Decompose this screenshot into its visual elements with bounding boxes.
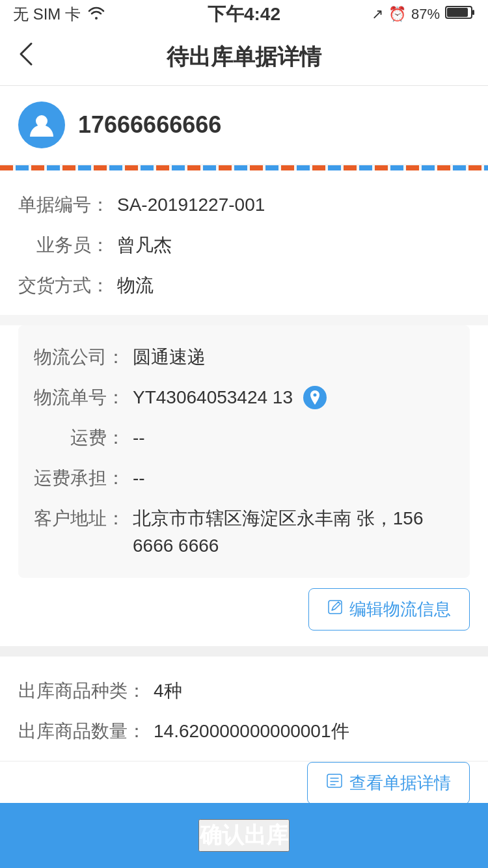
delivery-row: 交货方式： 物流 bbox=[18, 272, 470, 299]
address-row: 客户地址： 北京市市辖区海淀区永丰南 张，156 6666 6666 bbox=[34, 505, 454, 560]
battery-icon bbox=[445, 5, 475, 23]
edit-logistics-label: 编辑物流信息 bbox=[349, 598, 451, 621]
freight-value: -- bbox=[133, 424, 454, 452]
edit-icon bbox=[327, 599, 343, 619]
freight-bearer-row: 运费承担： -- bbox=[34, 465, 454, 492]
status-time: 下午4:42 bbox=[208, 2, 280, 27]
svg-rect-2 bbox=[447, 8, 468, 17]
customer-header: 17666666666 bbox=[0, 86, 488, 164]
logistics-company-label: 物流公司： bbox=[34, 344, 125, 371]
product-quantity-label: 出库商品数量： bbox=[18, 718, 146, 745]
salesman-row: 业务员： 曾凡杰 bbox=[18, 232, 470, 259]
tracking-label: 物流单号： bbox=[34, 384, 125, 411]
delivery-label: 交货方式： bbox=[18, 272, 109, 299]
product-type-label: 出库商品种类： bbox=[18, 677, 146, 705]
tracking-location-icon[interactable] bbox=[303, 386, 327, 409]
product-info-section: 出库商品种类： 4种 出库商品数量： 14.620000000000001件 bbox=[0, 657, 488, 761]
customer-phone: 17666666666 bbox=[78, 111, 221, 139]
confirm-outbound-button[interactable]: 确认出库 bbox=[198, 819, 290, 852]
svg-point-4 bbox=[314, 394, 317, 397]
address-label: 客户地址： bbox=[34, 505, 125, 532]
document-no-label: 单据编号： bbox=[18, 191, 109, 219]
document-no-row: 单据编号： SA-20191227-001 bbox=[18, 191, 470, 219]
product-type-value: 4种 bbox=[154, 677, 470, 705]
page-title: 待出库单据详情 bbox=[167, 42, 321, 72]
edit-logistics-button[interactable]: 编辑物流信息 bbox=[308, 588, 470, 631]
edit-btn-row: 编辑物流信息 bbox=[0, 588, 488, 644]
wifi-icon bbox=[87, 5, 105, 23]
address-value: 北京市市辖区海淀区永丰南 张，156 6666 6666 bbox=[133, 505, 454, 560]
salesman-label: 业务员： bbox=[18, 232, 109, 259]
basic-info-section: 单据编号： SA-20191227-001 业务员： 曾凡杰 交货方式： 物流 bbox=[0, 170, 488, 315]
alarm-icon: ⏰ bbox=[388, 6, 406, 23]
section-divider bbox=[0, 646, 488, 657]
back-button[interactable] bbox=[18, 41, 34, 73]
freight-row: 运费： -- bbox=[34, 424, 454, 452]
svg-rect-6 bbox=[327, 774, 342, 787]
freight-bearer-value: -- bbox=[133, 465, 454, 492]
carrier-text: 无 SIM 卡 bbox=[13, 4, 81, 25]
logistics-card: 物流公司： 圆通速递 物流单号： YT43064053424 13 运费： bbox=[18, 325, 470, 578]
freight-bearer-label: 运费承担： bbox=[34, 465, 125, 492]
status-left: 无 SIM 卡 bbox=[13, 4, 105, 25]
tracking-row: 物流单号： YT43064053424 13 bbox=[34, 384, 454, 411]
view-detail-label: 查看单据详情 bbox=[349, 772, 451, 794]
document-no-value: SA-20191227-001 bbox=[117, 191, 470, 219]
product-type-row: 出库商品种类： 4种 bbox=[18, 677, 470, 705]
svg-rect-1 bbox=[472, 10, 474, 15]
dashed-divider bbox=[0, 165, 488, 170]
bottom-confirm-bar: 确认出库 bbox=[0, 803, 488, 868]
battery-text: 87% bbox=[411, 6, 440, 23]
salesman-value: 曾凡杰 bbox=[117, 232, 470, 259]
view-detail-button[interactable]: 查看单据详情 bbox=[307, 762, 470, 804]
tracking-value: YT43064053424 13 bbox=[133, 384, 454, 411]
logistics-company-row: 物流公司： 圆通速递 bbox=[34, 344, 454, 371]
avatar bbox=[18, 102, 65, 148]
location-status-icon: ↗ bbox=[372, 6, 383, 23]
status-bar: 无 SIM 卡 下午4:42 ↗ ⏰ 87% bbox=[0, 0, 488, 29]
delivery-value: 物流 bbox=[117, 272, 470, 299]
freight-label: 运费： bbox=[34, 424, 125, 452]
detail-icon bbox=[326, 773, 343, 793]
product-quantity-value: 14.620000000000001件 bbox=[154, 718, 470, 745]
logistics-company-value: 圆通速递 bbox=[133, 344, 454, 371]
nav-bar: 待出库单据详情 bbox=[0, 29, 488, 86]
status-right: ↗ ⏰ 87% bbox=[372, 5, 475, 23]
product-quantity-row: 出库商品数量： 14.620000000000001件 bbox=[18, 718, 470, 745]
